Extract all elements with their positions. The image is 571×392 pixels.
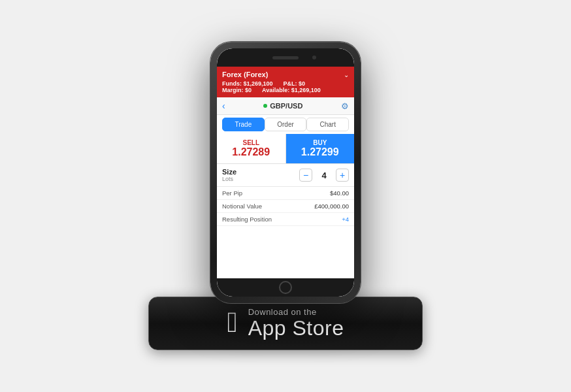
appstore-button[interactable]:  Download on the App Store [148,297,423,350]
appstore-text: Download on the App Store [248,307,344,340]
status-dot-icon [263,104,267,108]
funds-stat: Funds: $1,269,100 [222,80,273,87]
size-row: Size Lots − 4 + [217,164,354,187]
size-increase-button[interactable]: + [336,169,349,182]
appstore-bottom-line: App Store [248,317,344,340]
size-title: Size [222,168,299,176]
phone-inner: Forex (Forex) ⌄ Funds: $1,269,100 P&L: $… [217,48,354,297]
bottom-bezel [217,278,354,297]
appstore-top-line: Download on the [248,307,344,317]
sell-button[interactable]: SELL 1.27289 [217,134,286,163]
instrument-bar: ‹ GBP/USD ⚙ [217,97,354,115]
trade-buttons: SELL 1.27289 BUY 1.27299 [217,134,354,164]
buy-price: 1.27299 [289,146,352,158]
back-arrow-icon[interactable]: ‹ [222,101,225,111]
available-stat: Available: $1,269,100 [262,87,321,93]
size-label: Size Lots [222,168,299,182]
apple-logo-icon:  [227,308,238,336]
gear-icon[interactable]: ⚙ [341,101,349,111]
speaker [272,56,299,59]
size-decrease-button[interactable]: − [299,169,312,182]
buy-label: BUY [289,139,352,146]
size-value: 4 [318,171,331,180]
info-rows: Per Pip $40.00 Notional Value £400,000.0… [217,187,354,278]
info-row-per-pip: Per Pip $40.00 [217,187,354,200]
instrument-name: GBP/USD [263,102,302,110]
buy-button[interactable]: BUY 1.27299 [286,134,355,163]
scene: Forex (Forex) ⌄ Funds: $1,269,100 P&L: $… [148,42,423,350]
top-bezel [217,48,354,67]
screen: Forex (Forex) ⌄ Funds: $1,269,100 P&L: $… [217,67,354,278]
home-button[interactable] [279,281,292,294]
info-row-notional: Notional Value £400,000.00 [217,200,354,213]
sell-price: 1.27289 [220,146,283,158]
tab-chart[interactable]: Chart [306,118,349,131]
margin-stat: Margin: $0 [222,87,252,93]
info-row-resulting: Resulting Position +4 [217,213,354,226]
phone: Forex (Forex) ⌄ Funds: $1,269,100 P&L: $… [210,42,361,303]
tab-bar: Trade Order Chart [217,115,354,134]
chevron-up-icon[interactable]: ⌄ [344,71,349,78]
sell-label: SELL [220,139,283,146]
size-subtitle: Lots [222,176,299,182]
app-title: Forex (Forex) [222,71,268,78]
app-header: Forex (Forex) ⌄ Funds: $1,269,100 P&L: $… [217,67,354,97]
pl-stat: P&L: $0 [284,80,306,87]
camera [312,56,316,59]
size-control: − 4 + [299,169,349,182]
tab-trade[interactable]: Trade [222,118,265,131]
tab-order[interactable]: Order [265,118,307,131]
